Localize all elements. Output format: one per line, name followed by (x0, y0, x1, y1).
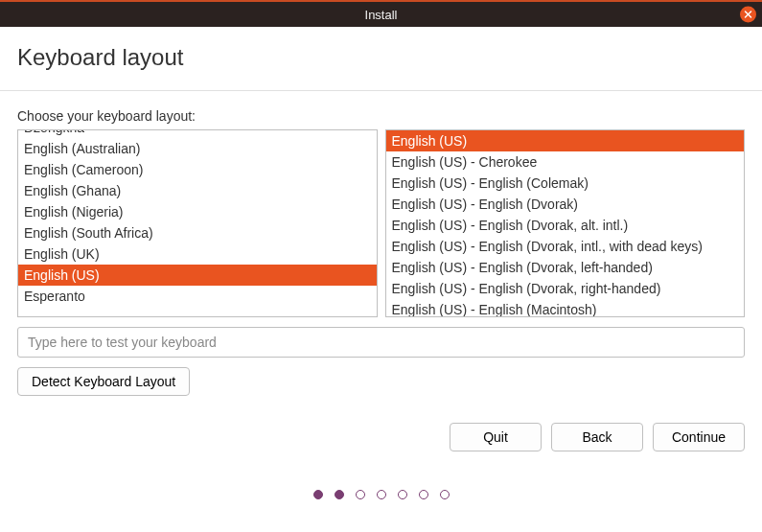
titlebar: Install (0, 0, 762, 27)
progress-dot (398, 490, 407, 499)
layout-item[interactable]: English (South Africa) (18, 222, 377, 243)
variant-item[interactable]: English (US) - English (Dvorak, right-ha… (386, 278, 745, 299)
layout-item[interactable]: English (Australian) (18, 138, 377, 159)
close-icon (744, 11, 752, 19)
layout-item[interactable]: English (Nigeria) (18, 201, 377, 222)
variant-item[interactable]: English (US) - English (Dvorak, intl., w… (386, 236, 745, 257)
layout-item[interactable]: Dzongkha (18, 129, 377, 138)
variant-item[interactable]: English (US) - English (Dvorak, alt. int… (386, 215, 745, 236)
variant-item[interactable]: English (US) - English (Macintosh) (386, 299, 745, 317)
divider (0, 90, 762, 91)
progress-dot (440, 490, 450, 499)
continue-button[interactable]: Continue (653, 423, 745, 451)
page-heading: Keyboard layout (17, 27, 745, 90)
variant-item[interactable]: English (US) - English (Dvorak) (386, 194, 745, 215)
progress-dot (419, 490, 428, 499)
quit-button[interactable]: Quit (450, 423, 542, 451)
layout-item[interactable]: English (Ghana) (18, 180, 377, 201)
layout-item[interactable]: English (US) (18, 265, 377, 286)
close-button[interactable] (740, 7, 756, 23)
progress-dots (17, 490, 745, 499)
detect-layout-button[interactable]: Detect Keyboard Layout (17, 367, 190, 396)
layout-item[interactable]: English (UK) (18, 243, 377, 265)
layout-listbox[interactable]: DzongkhaEnglish (Australian)English (Cam… (17, 129, 378, 317)
progress-dot (313, 490, 323, 499)
footer-buttons: Quit Back Continue (17, 423, 745, 451)
variant-item[interactable]: English (US) - English (Colemak) (386, 173, 745, 194)
back-button[interactable]: Back (551, 423, 643, 451)
keyboard-test-input[interactable] (17, 327, 745, 358)
progress-dot (356, 490, 365, 499)
prompt-text: Choose your keyboard layout: (17, 108, 745, 124)
progress-dot (377, 490, 386, 499)
variant-item[interactable]: English (US) - English (Dvorak, left-han… (386, 257, 745, 278)
variant-listbox[interactable]: English (US)English (US) - CherokeeEngli… (385, 129, 746, 317)
window-title: Install (365, 8, 398, 22)
content-area: Keyboard layout Choose your keyboard lay… (0, 27, 762, 499)
progress-dot (335, 490, 344, 499)
layout-item[interactable]: Esperanto (18, 286, 377, 307)
layout-item[interactable]: English (Cameroon) (18, 159, 377, 180)
layout-lists: DzongkhaEnglish (Australian)English (Cam… (17, 129, 745, 317)
variant-item[interactable]: English (US) (386, 130, 745, 151)
variant-item[interactable]: English (US) - Cherokee (386, 151, 745, 173)
